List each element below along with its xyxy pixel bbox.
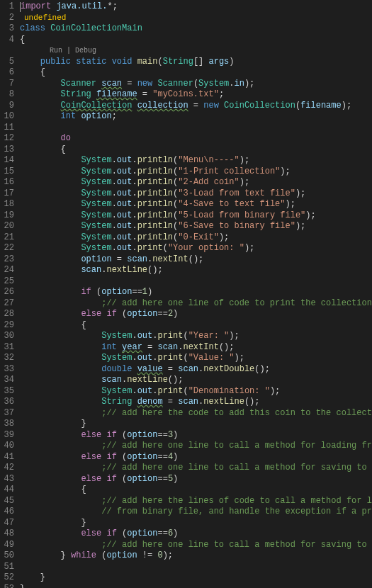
code-line[interactable]: do [20,133,372,145]
code-line[interactable]: System.out.println("6-Save to binary fil… [20,221,372,232]
line-number: 51 [3,562,14,573]
line-number: 19 [3,210,14,222]
line-number [3,45,14,57]
code-line[interactable]: import java.util.*; [20,1,372,13]
code-editor: 1234567891011121314151617181920212223242… [0,0,372,588]
line-number: 12 [3,133,14,145]
code-line[interactable]: String denom = scan.nextLine(); [20,397,372,408]
line-number: 23 [3,254,14,266]
code-line[interactable]: System.out.println("5-Load from binary f… [20,210,372,222]
code-line[interactable]: { [20,35,372,46]
code-line[interactable]: String filename = "myCoins.txt"; [20,89,372,101]
code-line[interactable]: Scanner scan = new Scanner(System.in); [20,79,372,90]
line-number: 5 [3,57,14,68]
code-line[interactable]: System.out.println("1-Print collection")… [20,166,372,178]
line-number: 22 [3,243,14,254]
line-number: 3 [3,23,14,35]
line-number: 24 [3,265,14,276]
code-line[interactable]: ;// add here the code to add this coin t… [20,408,372,419]
line-number: 1 [3,1,14,13]
code-line[interactable] [20,562,372,573]
code-line[interactable]: int option; [20,111,372,123]
code-line[interactable]: class CoinCollectionMain [20,23,372,35]
line-number: 14 [3,155,14,166]
code-line[interactable]: else if (option==2) [20,309,372,320]
line-number: 30 [3,331,14,342]
line-number: 48 [3,528,14,540]
code-line[interactable]: System.out.print("Your option: "); [20,243,372,254]
code-line[interactable]: else if (option==5) [20,474,372,485]
code-line[interactable]: { [20,67,372,79]
code-line[interactable]: } while (option != 0); [20,550,372,562]
line-number: 27 [3,298,14,310]
line-number: 43 [3,474,14,485]
code-line[interactable]: System.out.println("Menu\n----"); [20,155,372,166]
line-number: 29 [3,320,14,332]
code-line[interactable]: } [20,419,372,430]
line-number: 35 [3,386,14,397]
code-line[interactable]: // from binary file, and handle the exce… [20,507,372,518]
line-number: 50 [3,550,14,562]
line-number: 34 [3,375,14,386]
code-line[interactable]: else if (option==3) [20,430,372,441]
line-number: 44 [3,485,14,496]
code-line[interactable]: else if (option==4) [20,452,372,463]
code-line[interactable]: if (option==1) [20,287,372,298]
code-line[interactable]: CoinCollection collection = new CoinColl… [20,101,372,112]
line-number: 36 [3,397,14,408]
code-line[interactable]: } [20,572,372,584]
code-line[interactable]: ;// add here one line to call a method f… [20,540,372,551]
line-number: 41 [3,452,14,463]
code-line[interactable]: { [20,485,372,496]
code-line[interactable]: System.out.println("3-Load from text fil… [20,188,372,200]
line-number: 49 [3,540,14,551]
line-number: 15 [3,166,14,178]
code-line[interactable]: else if (option==6) [20,528,372,540]
line-number: 28 [3,309,14,320]
code-line[interactable]: undefined [20,13,372,24]
codelens-run-debug[interactable]: Run | Debug [20,45,372,57]
code-area[interactable]: import java.util.*;undefinedclass CoinCo… [20,0,372,588]
code-line[interactable]: System.out.println("2-Add coin"); [20,177,372,188]
code-line[interactable] [20,276,372,288]
lightbulb-icon[interactable]: undefined [20,13,66,22]
line-number: 31 [3,342,14,354]
line-number: 11 [3,123,14,134]
code-line[interactable]: ;// add here the lines of code to call a… [20,496,372,507]
code-line[interactable]: double value = scan.nextDouble(); [20,364,372,375]
line-number: 40 [3,441,14,452]
line-number: 32 [3,353,14,364]
code-line[interactable]: ;// add here one line to call a method f… [20,463,372,474]
line-number-gutter: 1234567891011121314151617181920212223242… [0,0,20,588]
code-line[interactable]: scan.nextLine(); [20,265,372,276]
line-number: 18 [3,199,14,210]
code-line[interactable]: System.out.println("0-Exit"); [20,232,372,244]
code-line[interactable]: int year = scan.nextInt(); [20,342,372,354]
code-line[interactable]: } [20,518,372,529]
code-line[interactable]: option = scan.nextInt(); [20,254,372,266]
line-number: 7 [3,79,14,90]
line-number: 2 [3,13,14,24]
code-line[interactable]: { [20,145,372,156]
line-number: 47 [3,518,14,529]
line-number: 21 [3,232,14,244]
line-number: 45 [3,496,14,507]
code-line[interactable]: System.out.print("Value: "); [20,353,372,364]
code-line[interactable]: public static void main(String[] args) [20,57,372,68]
code-line[interactable]: { [20,320,372,332]
code-line[interactable]: ;// add here one line of code to print t… [20,298,372,310]
line-number: 17 [3,188,14,200]
line-number: 10 [3,111,14,123]
line-number: 33 [3,364,14,375]
code-line[interactable]: System.out.println("4-Save to text file"… [20,199,372,210]
code-line[interactable]: } [20,584,372,589]
line-number: 9 [3,101,14,112]
line-number: 53 [3,584,14,589]
code-line[interactable]: System.out.print("Denomination: "); [20,386,372,397]
line-number: 16 [3,177,14,188]
line-number: 52 [3,572,14,584]
code-line[interactable]: System.out.print("Year: "); [20,331,372,342]
code-line[interactable] [20,123,372,134]
code-line[interactable]: ;// add here one line to call a method f… [20,441,372,452]
code-line[interactable]: scan.nextLine(); [20,375,372,386]
